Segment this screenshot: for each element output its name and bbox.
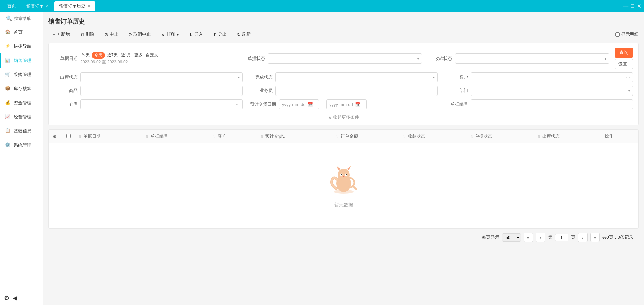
- sidebar-item-quick-nav[interactable]: ⚡ 快捷导航: [0, 39, 43, 53]
- query-button[interactable]: 查询: [615, 48, 633, 58]
- th-no[interactable]: ⇅ 单据编号: [142, 130, 209, 143]
- receipt-status-control[interactable]: ▾: [455, 53, 609, 64]
- department-label: 部门: [444, 88, 468, 94]
- collapse-row[interactable]: ∧ 收起更多条件: [54, 113, 633, 120]
- warehouse-control[interactable]: ···: [80, 99, 243, 109]
- sales-icon: 📊: [5, 58, 11, 64]
- sidebar-item-sales[interactable]: 📊 销售管理: [0, 53, 43, 68]
- empty-text: 暂无数据: [334, 202, 353, 208]
- page-title: 销售订单历史: [48, 17, 639, 26]
- filter-expected-date-item: 预计交货日期 yyyy-mm-dd 📅 — yyyy-mm-dd 📅: [249, 99, 438, 109]
- filter-product-item: 商品 ···: [54, 86, 243, 96]
- filter-row-3: 商品 ··· 业务员 ··· 部门: [54, 86, 633, 96]
- sidebar: 🔍 搜索菜单 🏠 首页 ⚡ 快捷导航 📊 销售管理 🛒 采购管理 📦 库存核算 …: [0, 12, 43, 305]
- prev-page-button[interactable]: ‹: [536, 233, 545, 242]
- filter-row-1: 单据日期 昨天 今天 近7天 近1月 更多 自定义 2023-06-02 至 2…: [54, 48, 633, 69]
- th-customer[interactable]: ⇅ 客户: [209, 130, 257, 143]
- date-yesterday[interactable]: 昨天: [80, 52, 91, 58]
- settings-icon: ⚙: [53, 134, 57, 139]
- tab-sales-order[interactable]: 销售订单 ✕: [22, 1, 54, 11]
- sidebar-item-operations[interactable]: 📈 经营管理: [0, 110, 43, 124]
- th-checkbox[interactable]: [62, 130, 75, 143]
- expected-date-to[interactable]: yyyy-mm-dd 📅: [326, 99, 367, 109]
- out-status-control[interactable]: ▾: [80, 72, 243, 82]
- svg-point-9: [341, 174, 342, 175]
- tab-sales-order-history[interactable]: 销售订单历史 ✕: [54, 1, 95, 11]
- product-control[interactable]: ···: [80, 86, 243, 96]
- expected-date-from[interactable]: yyyy-mm-dd 📅: [279, 99, 319, 109]
- select-all-checkbox[interactable]: [66, 134, 71, 138]
- sort-expected-icon: ⇅: [261, 135, 263, 138]
- complete-status-control[interactable]: ▾: [275, 72, 438, 82]
- th-receipt[interactable]: ⇅ 收款状态: [399, 130, 466, 143]
- sidebar-item-base[interactable]: 📋 基础信息: [0, 124, 43, 138]
- settings-bottom-icon[interactable]: ⚙: [4, 294, 9, 302]
- collapse-sidebar-icon[interactable]: ◀: [13, 294, 17, 302]
- customer-control[interactable]: ···: [471, 72, 633, 82]
- print-dropdown-icon: ▾: [177, 32, 179, 37]
- settings-button[interactable]: 设置: [615, 59, 633, 69]
- stop-icon: ⊘: [104, 32, 108, 37]
- window-controls: — □ ✕: [623, 3, 641, 9]
- bill-status-control[interactable]: ▾: [268, 53, 422, 64]
- cancel-stop-button[interactable]: ⊙ 取消中止: [125, 30, 154, 39]
- th-amount[interactable]: ⇅ 订单金额: [332, 130, 399, 143]
- filter-row-2: 出库状态 ▾ 完成状态 ▾ 客户: [54, 72, 633, 82]
- main-layout: 🔍 搜索菜单 🏠 首页 ⚡ 快捷导航 📊 销售管理 🛒 采购管理 📦 库存核算 …: [0, 12, 644, 305]
- base-icon: 📋: [5, 128, 11, 134]
- maximize-button[interactable]: □: [631, 3, 634, 9]
- date-today[interactable]: 今天: [92, 52, 105, 59]
- top-bar: 首页 销售订单 ✕ 销售订单历史 ✕ — □ ✕: [0, 0, 644, 12]
- close-window-button[interactable]: ✕: [637, 3, 641, 9]
- th-outbound[interactable]: ⇅ 出库状态: [533, 130, 601, 143]
- stop-button[interactable]: ⊘ 中止: [101, 30, 122, 39]
- page-number-input[interactable]: [555, 234, 568, 241]
- import-button[interactable]: ⬇ 导入: [186, 30, 206, 39]
- last-page-button[interactable]: »: [590, 233, 600, 242]
- collapse-icon: ∧: [328, 115, 332, 120]
- display-detail-checkbox[interactable]: [615, 32, 620, 37]
- salesperson-ellipsis: ···: [431, 88, 435, 93]
- sidebar-item-home[interactable]: 🏠 首页: [0, 25, 43, 39]
- delete-button[interactable]: 🗑 删除: [77, 30, 98, 39]
- th-date[interactable]: ⇅ 单据日期: [75, 130, 142, 143]
- next-page-button[interactable]: ›: [578, 233, 588, 242]
- new-button[interactable]: ＋ + 新增: [48, 30, 73, 39]
- home-icon: 🏠: [5, 29, 11, 35]
- date-custom[interactable]: 自定义: [144, 52, 159, 58]
- department-control[interactable]: ▾: [471, 86, 633, 96]
- bill-no-label: 单据编号: [444, 101, 468, 107]
- close-tab-sales-order-history[interactable]: ✕: [87, 4, 91, 8]
- date-7days[interactable]: 近7天: [106, 52, 119, 58]
- refresh-button[interactable]: ↻ 刷新: [233, 30, 254, 39]
- operations-icon: 📈: [5, 114, 11, 120]
- sidebar-item-finance[interactable]: 💰 资金管理: [0, 96, 43, 110]
- export-button[interactable]: ⬆ 导出: [210, 30, 230, 39]
- th-expected[interactable]: ⇅ 预计交货...: [257, 130, 332, 143]
- sidebar-item-purchase[interactable]: 🛒 采购管理: [0, 68, 43, 82]
- print-button[interactable]: 🖨 打印 ▾: [158, 30, 182, 39]
- date-more[interactable]: 更多: [133, 52, 144, 58]
- sidebar-search[interactable]: 🔍 搜索菜单: [0, 12, 43, 25]
- last-page-icon: »: [594, 235, 596, 240]
- sidebar-item-inventory[interactable]: 📦 库存核算: [0, 82, 43, 96]
- complete-status-label: 完成状态: [249, 74, 273, 80]
- first-page-button[interactable]: «: [524, 233, 533, 242]
- th-settings[interactable]: ⚙: [49, 130, 62, 143]
- prev-page-icon: ‹: [540, 235, 541, 240]
- sidebar-item-system[interactable]: ⚙️ 系统管理: [0, 138, 43, 152]
- display-detail-toggle[interactable]: 显示明细: [615, 31, 639, 37]
- minimize-button[interactable]: —: [623, 3, 628, 9]
- bill-status-label: 单据状态: [242, 55, 265, 62]
- date-separator: —: [320, 102, 325, 107]
- th-bill-status[interactable]: ⇅ 单据状态: [466, 130, 533, 143]
- tab-home[interactable]: 首页: [3, 1, 21, 11]
- bill-no-control[interactable]: [471, 99, 633, 109]
- close-tab-sales-order[interactable]: ✕: [46, 4, 49, 8]
- page-size-select[interactable]: 50 20 100: [502, 233, 521, 242]
- date-1month[interactable]: 近1月: [120, 52, 133, 58]
- th-ops: 操作: [601, 130, 638, 143]
- salesperson-control[interactable]: ···: [275, 86, 438, 96]
- empty-row: 暂无数据: [49, 143, 638, 229]
- content-area: 销售订单历史 ＋ + 新增 🗑 删除 ⊘ 中止 ⊙ 取消中止 🖨 打印: [43, 12, 644, 305]
